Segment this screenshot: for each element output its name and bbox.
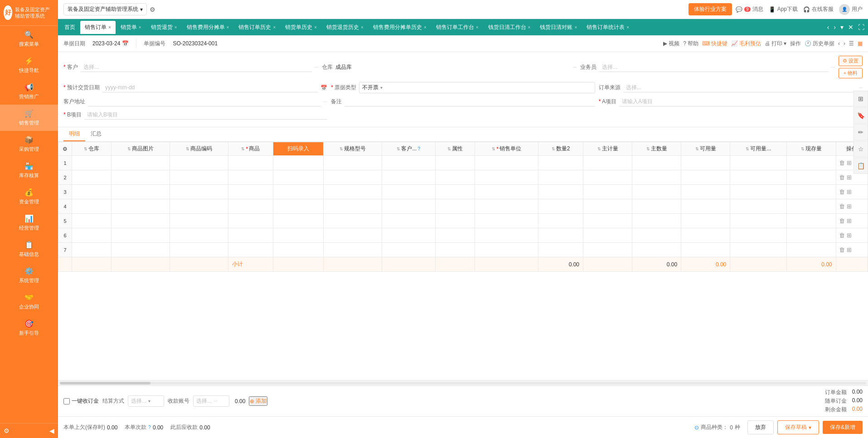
tab-sales-return-history-close[interactable]: ×	[314, 25, 317, 30]
row-5-delete-icon[interactable]: 🗑	[839, 217, 845, 224]
row-2-main-quantity[interactable]	[632, 170, 681, 185]
account-more-icon[interactable]: ···	[213, 399, 217, 404]
row-2-attributes[interactable]	[435, 170, 475, 185]
customer-input[interactable]	[81, 63, 312, 72]
row-5-quantity2[interactable]	[538, 214, 583, 228]
row-1-sales-unit[interactable]	[475, 156, 538, 170]
row-7-customer-code[interactable]	[382, 243, 435, 257]
row-4-customer-code[interactable]	[382, 199, 435, 214]
goods-count-link[interactable]: ⊙	[694, 424, 699, 431]
nav-prev-icon[interactable]: ‹	[838, 40, 840, 47]
tab-cash-daily-reconcile-close[interactable]: ×	[574, 25, 577, 30]
tab-sales-order-workspace-close[interactable]: ×	[476, 25, 479, 30]
save-new-button[interactable]: 保存&新增	[823, 421, 863, 434]
sidebar-item-guide[interactable]: 🎯 新手引导	[0, 315, 58, 341]
row-4-main-unit[interactable]	[583, 199, 632, 214]
row-6-scan[interactable]	[273, 228, 324, 243]
payment-method-select[interactable]: 选择... ▾	[128, 395, 164, 407]
row-6-product-code[interactable]	[170, 228, 228, 243]
scroll-bar-track[interactable]	[60, 382, 866, 385]
row-4-copy-icon[interactable]: ⊞	[847, 203, 852, 210]
row-7-copy-icon[interactable]: ⊞	[847, 246, 852, 253]
row-3-scan[interactable]	[273, 185, 324, 199]
tab-sales-expense-split-close[interactable]: ×	[227, 25, 229, 30]
row-3-warehouse[interactable]	[72, 185, 112, 199]
tab-maximize[interactable]: ⛶	[856, 23, 866, 32]
row-7-attributes[interactable]	[435, 243, 475, 257]
tab-cash-daily-reconcile[interactable]: 钱货日清对账 ×	[535, 21, 582, 34]
app-selector[interactable]: 装备及固定资产辅助管理系统 ▾	[63, 3, 147, 15]
tab-detail[interactable]: 明细	[63, 127, 85, 141]
row-3-main-unit[interactable]	[583, 185, 632, 199]
tab-sales-order-history[interactable]: 销售订单历史 ×	[234, 21, 280, 34]
row-7-available2[interactable]	[730, 243, 787, 257]
tab-sales-order-history-close[interactable]: ×	[273, 25, 276, 30]
sidebar-item-marketing[interactable]: 📢 营销推广	[0, 78, 58, 105]
row-6-main-unit[interactable]	[583, 228, 632, 243]
row-1-attributes[interactable]	[435, 156, 475, 170]
scroll-bar-thumb[interactable]	[60, 382, 150, 385]
row-7-spec[interactable]	[324, 243, 382, 257]
tab-sales-order-stats-close[interactable]: ×	[626, 25, 629, 30]
row-4-scan[interactable]	[273, 199, 324, 214]
row-1-spec[interactable]	[324, 156, 382, 170]
tab-home[interactable]: 首页	[60, 21, 80, 34]
row-2-product-image[interactable]	[112, 170, 170, 185]
tab-sales-order-close[interactable]: ×	[108, 25, 111, 30]
row-2-product[interactable]	[228, 170, 273, 185]
tab-sales-order-stats[interactable]: 销售订单统计表 ×	[582, 21, 634, 34]
row-6-product[interactable]	[228, 228, 273, 243]
row-3-product-code[interactable]	[170, 185, 228, 199]
customer-more-icon[interactable]: ···	[315, 65, 318, 70]
scroll-bar-area[interactable]	[58, 380, 868, 385]
tab-sales-order[interactable]: 销售订单 ×	[80, 21, 116, 34]
form-view-icon[interactable]: ▦	[858, 40, 863, 47]
right-panel-btn-2[interactable]: 🔖	[853, 107, 868, 124]
delivery-calendar-icon[interactable]: 📅	[320, 85, 327, 91]
preview-btn[interactable]: ▶ 视频	[663, 40, 679, 48]
sidebar-item-purchase[interactable]: 📦 采购管理	[0, 131, 58, 157]
row-1-product[interactable]	[228, 156, 273, 170]
row-6-product-image[interactable]	[112, 228, 170, 243]
sidebar-item-base[interactable]: 📋 基础信息	[0, 236, 58, 262]
row-5-spec[interactable]	[324, 214, 382, 228]
row-4-spec[interactable]	[324, 199, 382, 214]
sidebar-item-enterprise[interactable]: 🤝 企业协同	[0, 289, 58, 315]
project-a-input[interactable]	[619, 97, 863, 106]
order-source-more-icon[interactable]: ···	[859, 85, 863, 90]
address-more-icon[interactable]: ···	[324, 99, 327, 104]
sidebar-item-inventory[interactable]: 🏪 库存核算	[0, 157, 58, 183]
row-5-main-unit[interactable]	[583, 214, 632, 228]
row-6-quantity2[interactable]	[538, 228, 583, 243]
row-7-product-code[interactable]	[170, 243, 228, 257]
one-click-deposit-label[interactable]: 一键收订金	[63, 397, 99, 405]
row-5-copy-icon[interactable]: ⊞	[847, 217, 852, 224]
row-4-delete-icon[interactable]: 🗑	[839, 203, 845, 210]
app-download-area[interactable]: 📱 App下载	[769, 5, 798, 13]
tab-next-arrow[interactable]: ›	[832, 23, 838, 32]
row-1-scan[interactable]	[273, 156, 324, 170]
row-2-current-stock[interactable]	[787, 170, 836, 185]
row-4-sales-unit[interactable]	[475, 199, 538, 214]
row-2-available[interactable]	[681, 170, 730, 185]
row-2-quantity2[interactable]	[538, 170, 583, 185]
row-4-attributes[interactable]	[435, 199, 475, 214]
row-3-spec[interactable]	[324, 185, 382, 199]
account-select[interactable]: 选择... ···	[193, 395, 229, 407]
row-1-warehouse[interactable]	[72, 156, 112, 170]
row-1-customer-code[interactable]	[382, 156, 435, 170]
row-5-customer-code[interactable]	[382, 214, 435, 228]
row-5-attributes[interactable]	[435, 214, 475, 228]
row-2-warehouse[interactable]	[72, 170, 112, 185]
row-1-quantity2[interactable]	[538, 156, 583, 170]
row-3-product[interactable]	[228, 185, 273, 199]
row-6-available[interactable]	[681, 228, 730, 243]
calendar-icon[interactable]: 📅	[122, 40, 129, 47]
th-gear[interactable]: ⚙	[58, 142, 72, 156]
delivery-date-input[interactable]	[102, 83, 318, 92]
tab-close-all[interactable]: ✕	[846, 23, 855, 32]
row-6-warehouse[interactable]	[72, 228, 112, 243]
row-1-copy-icon[interactable]: ⊞	[847, 159, 852, 166]
row-4-product-image[interactable]	[112, 199, 170, 214]
row-7-main-quantity[interactable]	[632, 243, 681, 257]
